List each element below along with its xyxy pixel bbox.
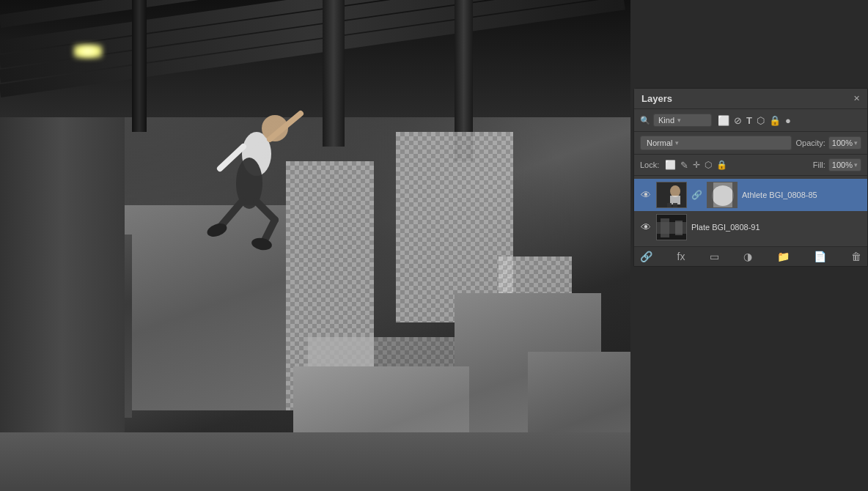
add-style-icon[interactable]: fx — [677, 251, 685, 262]
opacity-control: Opacity: 100% ▾ — [796, 136, 862, 149]
opacity-label: Opacity: — [796, 139, 825, 147]
blend-mode-chevron: ▾ — [675, 139, 679, 147]
filter-icons: ⬜ ⊘ T ⬡ 🔒 ● — [718, 115, 791, 126]
lock-all-icon[interactable]: 🔒 — [716, 160, 727, 170]
layer-mask-thumbnail — [707, 182, 738, 208]
opacity-input[interactable]: 100% ▾ — [828, 136, 861, 149]
delete-layer-icon[interactable]: 🗑 — [851, 251, 861, 262]
svg-line-5 — [220, 202, 242, 227]
new-layer-icon[interactable]: 📄 — [814, 251, 826, 262]
search-icon: 🔍 — [640, 116, 650, 125]
opacity-chevron: ▾ — [854, 139, 858, 147]
adjustment-filter-icon[interactable]: ⊘ — [734, 115, 742, 126]
new-group-icon[interactable]: 📁 — [777, 251, 790, 262]
layers-list: 👁 🔗 — [634, 176, 867, 246]
svg-rect-21 — [661, 218, 669, 237]
lock-transparent-icon[interactable]: ⬜ — [665, 160, 676, 170]
layer-item[interactable]: 👁 Plate BGI_0808-91 — [634, 211, 867, 243]
app-window: Layers ✕ 🔍 Kind ▾ ⬜ ⊘ T ⬡ 🔒 ● Normal ▾ — [0, 0, 868, 491]
blend-opacity-row: Normal ▾ Opacity: 100% ▾ — [634, 132, 867, 155]
type-filter-icon[interactable]: T — [746, 115, 752, 126]
fill-chevron: ▾ — [854, 161, 858, 169]
pixel-filter-icon[interactable]: ⬜ — [718, 115, 729, 126]
athlete-figure — [161, 73, 323, 264]
add-mask-icon[interactable]: ▭ — [710, 251, 719, 262]
lock-label: Lock: — [640, 160, 659, 169]
fill-value-text: 100% — [832, 160, 853, 169]
kind-filter-select[interactable]: Kind ▾ — [653, 114, 712, 127]
blend-mode-label: Normal — [647, 139, 672, 147]
layer-visibility-icon[interactable]: 👁 — [640, 189, 652, 201]
lock-fill-row: Lock: ⬜ ✎ ✛ ⬡ 🔒 Fill: 100% ▾ — [634, 155, 867, 176]
shape-filter-icon[interactable]: ⬡ — [757, 115, 765, 126]
svg-rect-14 — [673, 203, 677, 208]
lock-brush-icon[interactable]: ✎ — [680, 160, 688, 171]
svg-point-11 — [670, 185, 680, 197]
layer-name: Plate BGI_0808-91 — [691, 223, 861, 232]
floor — [0, 432, 630, 491]
link-layers-icon[interactable]: 🔗 — [640, 251, 652, 262]
panel-title: Layers — [641, 93, 672, 104]
fill-label: Fill: — [813, 160, 825, 169]
fill-input[interactable]: 100% ▾ — [828, 158, 861, 171]
create-adjustment-icon[interactable]: ◑ — [743, 251, 752, 262]
lock-icons: ⬜ ✎ ✛ ⬡ 🔒 — [665, 160, 727, 171]
layer-link-icon[interactable]: 🔗 — [691, 190, 702, 200]
svg-rect-17 — [707, 182, 713, 208]
panel-footer: 🔗 fx ▭ ◑ 📁 📄 🗑 — [634, 246, 867, 266]
fill-control: Fill: 100% ▾ — [813, 158, 861, 171]
panel-close-button[interactable]: ✕ — [853, 95, 860, 103]
svg-point-16 — [712, 185, 734, 206]
svg-line-7 — [264, 220, 275, 242]
layers-panel: Layers ✕ 🔍 Kind ▾ ⬜ ⊘ T ⬡ 🔒 ● Normal ▾ — [633, 88, 868, 267]
layer-item[interactable]: 👁 🔗 — [634, 179, 867, 211]
panel-header: Layers ✕ — [634, 89, 867, 109]
light-source — [73, 44, 103, 59]
svg-line-6 — [257, 202, 275, 220]
layer-visibility-icon[interactable]: 👁 — [640, 221, 652, 233]
dot-filter-icon[interactable]: ● — [785, 115, 791, 126]
layer-name: Athlete BGI_0808-85 — [742, 191, 861, 199]
opacity-value-text: 100% — [832, 139, 853, 147]
kind-chevron: ▾ — [677, 117, 681, 124]
layer-thumbnail-main — [656, 182, 687, 208]
svg-rect-18 — [732, 182, 738, 208]
svg-rect-22 — [675, 221, 683, 235]
layer-thumbnail-main — [656, 214, 687, 240]
svg-rect-13 — [667, 203, 672, 208]
filter-row: 🔍 Kind ▾ ⬜ ⊘ T ⬡ 🔒 ● — [634, 109, 867, 132]
smart-filter-icon[interactable]: 🔒 — [769, 115, 781, 126]
lock-move-icon[interactable]: ✛ — [693, 160, 700, 170]
kind-filter-label: Kind — [658, 116, 674, 125]
lock-artboard-icon[interactable]: ⬡ — [705, 160, 712, 170]
blend-mode-select[interactable]: Normal ▾ — [640, 136, 792, 150]
